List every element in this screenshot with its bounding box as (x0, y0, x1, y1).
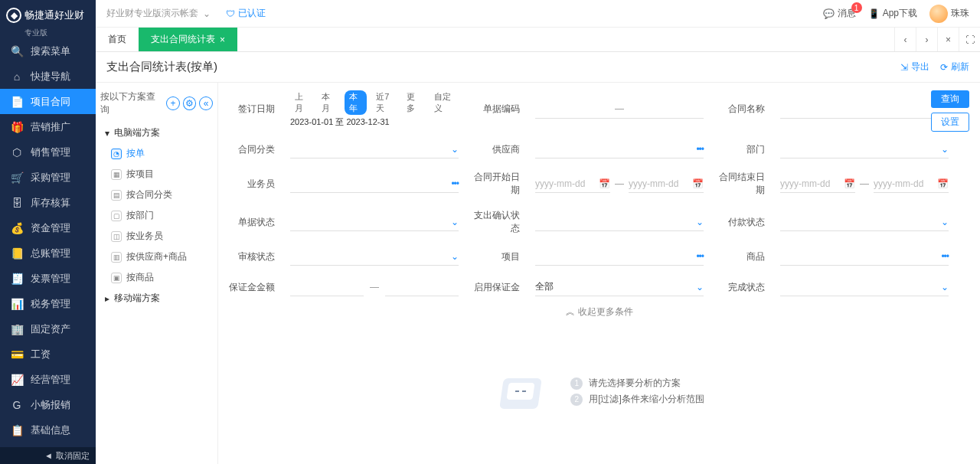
chevron-down-icon: ⌄ (451, 217, 459, 227)
nav-item-6[interactable]: 🗄库存核算 (0, 190, 96, 215)
scheme-group-mobile[interactable]: ▸移动端方案 (100, 288, 213, 309)
refresh-button[interactable]: ⟳刷新 (940, 60, 969, 74)
label-bill-status: 单据状态 (229, 216, 275, 229)
nav-item-15[interactable]: 📋基础信息 (0, 417, 96, 443)
nav-icon: G (11, 399, 23, 411)
tab-active[interactable]: 支出合同统计表 × (139, 28, 237, 51)
calendar-icon: 📅 (844, 178, 855, 189)
nav-icon: 🏢 (11, 323, 23, 335)
scheme-item-label: 按合同分类 (126, 188, 172, 201)
nav-item-9[interactable]: 🧾发票管理 (0, 266, 96, 291)
nav-item-11[interactable]: 🏢固定资产 (0, 316, 96, 341)
calendar-icon: 📅 (692, 178, 704, 189)
brand-icon: ◆ (6, 8, 21, 23)
nav-label: 总账管理 (31, 247, 70, 260)
date-chip-0[interactable]: 上月 (290, 90, 312, 115)
brand-logo: ◆ 畅捷通好业财 (0, 0, 96, 31)
nav-item-1[interactable]: ⌂快捷导航 (0, 64, 96, 89)
label-salesman: 业务员 (229, 178, 275, 191)
nav-item-14[interactable]: G小畅报销 (0, 392, 96, 417)
scheme-item-2[interactable]: ▤按合同分类 (100, 185, 213, 205)
content: 支出合同统计表(按单) ⇲导出 ⟳刷新 按以下方案查询 + ⚙ « ▾电脑端方案… (96, 52, 980, 464)
date-chip-4[interactable]: 更多 (402, 90, 424, 115)
nav-label: 项目合同 (31, 95, 70, 109)
start-date-range[interactable]: yyyy-mm-dd📅 — yyyy-mm-dd📅 (535, 175, 704, 193)
export-button[interactable]: ⇲导出 (900, 60, 929, 74)
chat-icon: 💬 (823, 8, 835, 19)
date-chip-1[interactable]: 本月 (317, 90, 339, 115)
tab-home[interactable]: 首页 (96, 28, 139, 51)
tab-fullscreen[interactable]: ⛶ (959, 28, 980, 51)
lookup-project[interactable]: ••• (535, 247, 704, 266)
nav-item-3[interactable]: 🎁营销推广 (0, 114, 96, 139)
nav-icon: 📄 (11, 96, 23, 108)
select-bill-status[interactable]: ⌄ (290, 213, 459, 231)
nav-item-12[interactable]: 💳工资 (0, 341, 96, 367)
select-enable-deposit[interactable]: 全部⌄ (535, 278, 704, 296)
scheme-item-5[interactable]: ▥按供应商+商品 (100, 247, 213, 267)
nav-label: 资金管理 (31, 221, 70, 235)
select-audit-status[interactable]: ⌄ (290, 247, 459, 266)
nav-item-4[interactable]: ⬡销售管理 (0, 139, 96, 165)
tab-close-all[interactable]: × (937, 28, 959, 51)
pin-label: 取消固定 (56, 450, 90, 462)
select-confirm-status[interactable]: ⌄ (535, 213, 704, 231)
env-selector[interactable]: 好业财专业版演示帐套 ⌄ (106, 7, 211, 20)
settings-button[interactable]: 设置 (931, 113, 969, 132)
avatar (929, 5, 948, 23)
scheme-item-1[interactable]: ▦按项目 (100, 164, 213, 185)
nav-item-5[interactable]: 🛒采购管理 (0, 165, 96, 190)
collapse-filters[interactable]: ︽ 收起更多条件 (229, 306, 969, 319)
messages-button[interactable]: 💬 消息 1 (823, 7, 856, 20)
app-download-button[interactable]: 📱 App下载 (868, 7, 917, 20)
tip-1: 请先选择要分析的方案 (589, 377, 681, 390)
date-chip-5[interactable]: 自定义 (430, 90, 459, 115)
scheme-item-icon: ▥ (111, 252, 122, 263)
scheme-group-desktop[interactable]: ▾电脑端方案 (100, 123, 213, 143)
tab-prev[interactable]: ‹ (894, 28, 916, 51)
scheme-item-icon: ◔ (111, 149, 122, 159)
scheme-item-3[interactable]: ▢按部门 (100, 205, 213, 226)
tab-next[interactable]: › (916, 28, 937, 51)
user-menu[interactable]: 珠珠 (929, 5, 969, 23)
export-icon: ⇲ (900, 62, 908, 73)
nav-label: 税务管理 (31, 297, 70, 311)
lookup-salesman[interactable]: ••• (290, 175, 459, 193)
input-contract-name[interactable] (780, 100, 949, 119)
scheme-settings[interactable]: ⚙ (183, 96, 197, 110)
scheme-item-6[interactable]: ▣按商品 (100, 267, 213, 288)
input-bill-code[interactable]: — (535, 100, 704, 119)
end-date-range[interactable]: yyyy-mm-dd📅 — yyyy-mm-dd📅 (780, 175, 949, 193)
lookup-supplier[interactable]: ••• (535, 140, 704, 158)
scheme-item-label: 按项目 (126, 168, 154, 181)
nav-item-0[interactable]: 🔍搜索菜单 (0, 38, 96, 64)
brand-name: 畅捷通好业财 (24, 8, 84, 22)
select-dept[interactable]: ⌄ (780, 140, 949, 158)
nav-item-13[interactable]: 📈经营管理 (0, 367, 96, 392)
messages-badge: 1 (851, 2, 862, 13)
nav-item-8[interactable]: 📒总账管理 (0, 240, 96, 266)
scheme-item-4[interactable]: ◫按业务员 (100, 226, 213, 247)
chevron-down-icon: ⌄ (696, 282, 704, 292)
scheme-collapse[interactable]: « (199, 96, 213, 110)
nav-item-2[interactable]: 📄项目合同 (0, 89, 96, 114)
nav-item-7[interactable]: 💰资金管理 (0, 215, 96, 240)
query-button[interactable]: 查询 (931, 90, 969, 108)
scheme-item-0[interactable]: ◔按单 (100, 143, 213, 164)
scheme-add[interactable]: + (166, 96, 180, 110)
select-complete-status[interactable]: ⌄ (780, 278, 949, 296)
select-pay-status[interactable]: ⌄ (780, 213, 949, 231)
select-contract-cat[interactable]: ⌄ (290, 140, 459, 158)
more-icon: ••• (451, 178, 459, 189)
sidebar: ◆ 畅捷通好业财 专业版 🔍搜索菜单⌂快捷导航📄项目合同🎁营销推广⬡销售管理🛒采… (0, 0, 96, 464)
nav-label: 小畅报销 (31, 398, 70, 412)
lookup-product[interactable]: ••• (780, 247, 949, 266)
pin-toggle[interactable]: ◄ 取消固定 (0, 447, 96, 464)
close-icon[interactable]: × (220, 34, 225, 45)
date-chip-3[interactable]: 近7天 (371, 90, 397, 115)
deposit-range[interactable]: — (290, 278, 459, 296)
nav-item-10[interactable]: 📊税务管理 (0, 291, 96, 316)
double-up-icon: ︽ (566, 306, 575, 319)
date-chip-2[interactable]: 本年 (345, 90, 367, 115)
sign-date-picker[interactable]: 上月本月本年近7天更多自定义 2023-01-01 至 2023-12-31 (290, 90, 459, 128)
